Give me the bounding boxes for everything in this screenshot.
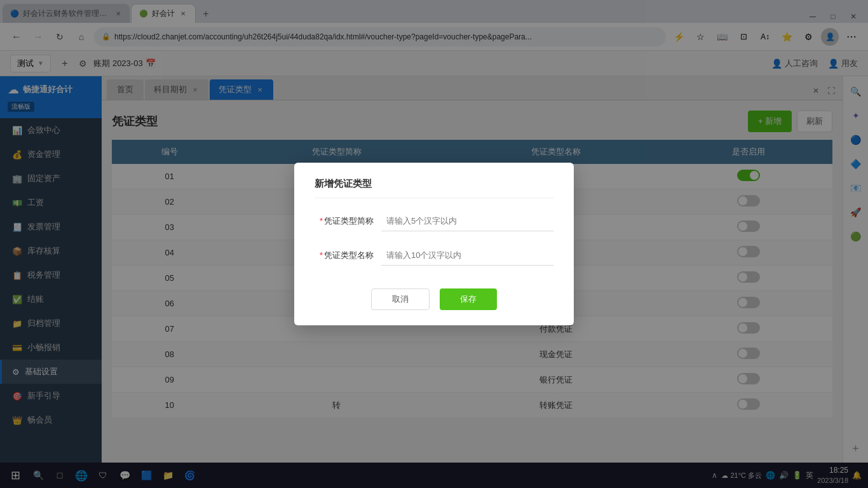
abbr-label: *凭证类型简称: [315, 215, 381, 227]
form-row-abbr: *凭证类型简称: [315, 211, 553, 231]
save-button[interactable]: 保存: [440, 288, 497, 310]
required-mark-name: *: [320, 250, 323, 260]
name-input[interactable]: [381, 245, 553, 266]
dialog: 新增凭证类型 *凭证类型简称 *凭证类型名称 取消 保存: [294, 163, 574, 325]
name-label: *凭证类型名称: [315, 250, 381, 261]
required-mark-abbr: *: [320, 216, 323, 226]
abbr-input[interactable]: [381, 211, 553, 231]
dialog-title: 新增凭证类型: [315, 178, 553, 198]
form-row-name: *凭证类型名称: [315, 245, 553, 266]
dialog-footer: 取消 保存: [315, 283, 553, 310]
dialog-overlay: 新增凭证类型 *凭证类型简称 *凭证类型名称 取消 保存: [0, 0, 868, 488]
cancel-button[interactable]: 取消: [371, 288, 430, 310]
